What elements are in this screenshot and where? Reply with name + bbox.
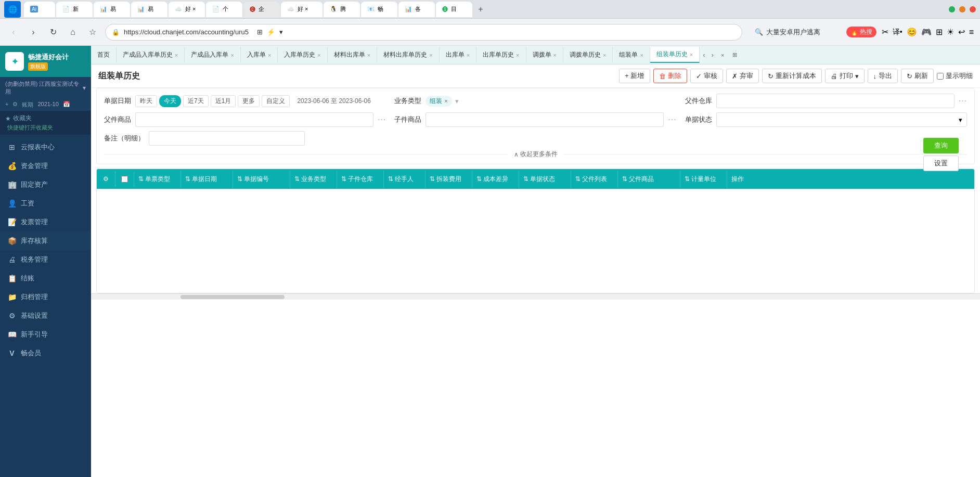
- child-goods-dots[interactable]: ···: [668, 115, 676, 124]
- memo-input[interactable]: [149, 131, 305, 146]
- receipt-history-close[interactable]: ×: [317, 52, 320, 58]
- nav-tab-receipt-history[interactable]: 入库单历史 ×: [278, 47, 327, 62]
- th-disassemble-cost[interactable]: ⇅ 拆装费用: [425, 171, 472, 188]
- maximize-icon[interactable]: [959, 6, 965, 12]
- th-cost-diff[interactable]: ⇅ 成本差异: [472, 171, 519, 188]
- browser-tab-4[interactable]: ☁️ 好 ×: [169, 2, 205, 17]
- lightning-icon[interactable]: ⚡: [267, 28, 275, 36]
- assembly-history-close[interactable]: ×: [690, 51, 693, 58]
- collapse-button[interactable]: ∧ 收起更多条件: [508, 150, 564, 159]
- show-detail-checkbox[interactable]: [937, 73, 944, 80]
- sidebar-item-funds[interactable]: 💰 资金管理: [0, 157, 91, 175]
- menu-icon[interactable]: ≡: [969, 28, 974, 37]
- sidebar-item-settings[interactable]: ⚙ 基础设置: [0, 306, 91, 325]
- business-type-dropdown[interactable]: ▾: [455, 97, 459, 105]
- today-btn[interactable]: 今天: [159, 95, 181, 107]
- tab-options[interactable]: ⊞: [728, 49, 741, 60]
- th-doc-no[interactable]: ⇅ 单据编号: [233, 171, 290, 188]
- nav-tab-assembly[interactable]: 组装单 ×: [613, 47, 650, 62]
- nav-tab-out[interactable]: 出库单 ×: [440, 47, 476, 62]
- export-button[interactable]: ↓ 导出: [868, 69, 898, 83]
- custom-btn[interactable]: 自定义: [262, 95, 290, 107]
- browser-tab-9[interactable]: 📧 畅: [361, 2, 397, 17]
- query-button[interactable]: 查询: [923, 138, 959, 153]
- browser-tab-10[interactable]: 📊 各: [398, 2, 435, 17]
- close-icon[interactable]: [970, 6, 976, 12]
- th-doc-status[interactable]: ⇅ 单据状态: [519, 171, 571, 188]
- last7days-btn[interactable]: 近7天: [183, 95, 209, 107]
- nav-tab-finished[interactable]: 产成品入库单 ×: [185, 47, 240, 62]
- parent-goods-dots[interactable]: ···: [378, 115, 386, 124]
- sidebar-item-reports[interactable]: ⊞ 云报表中心: [0, 138, 91, 157]
- nav-tab-receipt[interactable]: 入库单 ×: [241, 47, 278, 62]
- sidebar-item-guide[interactable]: 📖 新手引导: [0, 325, 91, 344]
- grid-icon[interactable]: ⊞: [936, 27, 943, 37]
- th-parent-list[interactable]: ⇅ 父件列表: [571, 171, 618, 188]
- tab-prev-arrow[interactable]: ‹: [700, 49, 708, 61]
- print-button[interactable]: 🖨 打印 ▾: [825, 69, 865, 83]
- nav-tab-transfer-history[interactable]: 调拨单历史 ×: [563, 47, 613, 62]
- address-bar[interactable]: 🔒 https://cloud.chanjet.com/accounting/u…: [105, 24, 742, 41]
- scrollbar-thumb[interactable]: [180, 295, 285, 299]
- th-biz-type[interactable]: ⇅ 业务类型: [290, 171, 337, 188]
- sidebar-item-member[interactable]: V 畅会员: [0, 344, 91, 363]
- child-goods-input[interactable]: [425, 112, 664, 127]
- recalculate-button[interactable]: ↻ 重新计算成本: [762, 69, 822, 83]
- tab-close-all[interactable]: ×: [717, 50, 728, 60]
- scrollbar-area[interactable]: [91, 293, 980, 300]
- out-close[interactable]: ×: [467, 52, 470, 58]
- yesterday-btn[interactable]: 昨天: [135, 95, 157, 107]
- nav-tab-out-history[interactable]: 出库单历史 ×: [476, 47, 526, 62]
- last1month-btn[interactable]: 近1月: [211, 95, 236, 107]
- th-ticket-type[interactable]: ⇅ 单票类型: [134, 171, 181, 188]
- sun-icon[interactable]: ☀: [947, 27, 954, 37]
- sidebar-item-payroll[interactable]: 👤 工资: [0, 194, 91, 213]
- finished-history-close[interactable]: ×: [175, 52, 178, 58]
- assembly-tag-close[interactable]: ×: [444, 98, 447, 104]
- th-checkbox[interactable]: [115, 172, 134, 187]
- assembly-close[interactable]: ×: [640, 52, 643, 58]
- parent-goods-input[interactable]: [135, 112, 373, 127]
- browser-tab-8[interactable]: 🐧 腾: [324, 2, 360, 17]
- warehouse-dots[interactable]: ···: [959, 96, 967, 106]
- browser-tab-2[interactable]: 📊 易: [94, 2, 130, 17]
- th-unit[interactable]: ⇅ 计量单位: [680, 171, 727, 188]
- sidebar-favorites[interactable]: ★ 收藏夹 快捷键打开收藏夹: [0, 111, 91, 135]
- sidebar-item-fixed-assets[interactable]: 🏢 固定资产: [0, 175, 91, 194]
- nav-tab-transfer[interactable]: 调拨单 ×: [526, 47, 563, 62]
- browser-tab-7[interactable]: ☁️ 好 ×: [281, 2, 323, 17]
- tab-next-arrow[interactable]: ›: [708, 49, 717, 61]
- home-button[interactable]: ⌂: [66, 25, 80, 40]
- nav-tab-material-out[interactable]: 材料出库单 ×: [328, 47, 377, 62]
- scissors-icon[interactable]: ✂: [882, 27, 888, 37]
- address-dropdown-icon[interactable]: ▾: [279, 28, 283, 36]
- refresh-browser-button[interactable]: ↻: [46, 25, 60, 40]
- emoji-icon[interactable]: 😊: [907, 27, 917, 37]
- material-out-close[interactable]: ×: [367, 52, 370, 58]
- new-tab-button[interactable]: +: [473, 2, 488, 17]
- sidebar-company-selector[interactable]: (勿删勿禁用) 江西服宝测试专用 ▾: [0, 77, 91, 99]
- more-btn[interactable]: 更多: [238, 95, 260, 107]
- finished-close[interactable]: ×: [230, 52, 234, 58]
- bookmark-button[interactable]: ☆: [85, 25, 100, 40]
- show-detail-checkbox-area[interactable]: 显示明细: [937, 71, 973, 81]
- sidebar-item-archive[interactable]: 📁 归档管理: [0, 288, 91, 306]
- browser-tab-active[interactable]: 🅒 企: [243, 2, 280, 17]
- add-button[interactable]: + 新增: [619, 69, 650, 83]
- receipt-close[interactable]: ×: [268, 52, 271, 58]
- select-all-checkbox[interactable]: [121, 176, 128, 183]
- nav-tab-home[interactable]: 首页: [91, 47, 117, 62]
- th-doc-date[interactable]: ⇅ 单据日期: [181, 171, 233, 188]
- sidebar-item-closing[interactable]: 📋 结账: [0, 269, 91, 288]
- browser-tab-11[interactable]: 🅢 目: [436, 2, 472, 17]
- sidebar-item-tax[interactable]: 🖨 税务管理: [0, 250, 91, 269]
- search-bar[interactable]: 🔍 大量安卓用户逃离: [747, 25, 841, 39]
- nav-tab-finished-history[interactable]: 产成品入库单历史 ×: [117, 47, 185, 62]
- th-child-warehouse[interactable]: ⇅ 子件仓库: [337, 171, 384, 188]
- refresh-button[interactable]: ↻ 刷新: [901, 69, 934, 83]
- nav-tab-assembly-history[interactable]: 组装单历史 ×: [650, 47, 700, 63]
- transfer-close[interactable]: ×: [553, 52, 557, 58]
- abandon-button[interactable]: ✗ 弃审: [726, 69, 759, 83]
- browser-tab-1[interactable]: 📄 新: [56, 2, 93, 17]
- delete-button[interactable]: 🗑 删除: [653, 69, 687, 83]
